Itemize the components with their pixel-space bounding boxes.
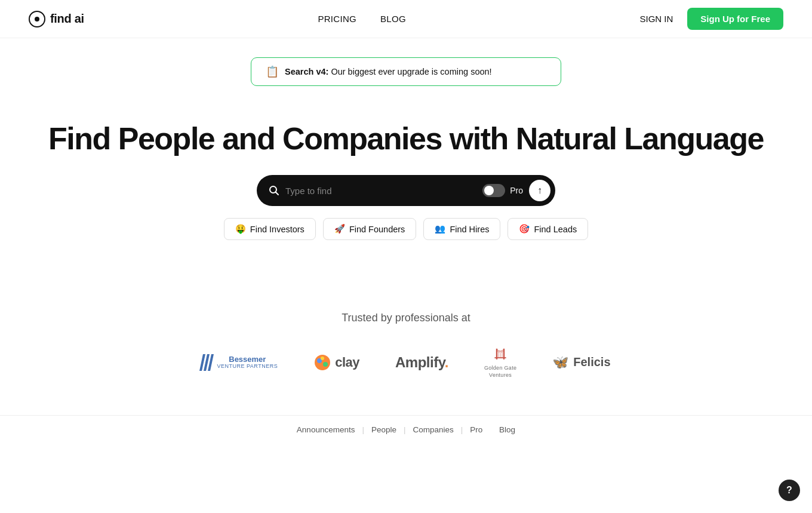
footer-sep-4	[490, 425, 492, 434]
felicis-icon: 🦋	[552, 355, 568, 370]
footer-pro[interactable]: Pro	[470, 425, 482, 434]
ggv-name: Golden GateVentures	[484, 365, 516, 379]
search-input[interactable]	[285, 186, 476, 196]
investors-label: Find Investors	[250, 225, 304, 234]
svg-rect-11	[494, 357, 506, 358]
filter-founders[interactable]: 🚀 Find Founders	[323, 218, 417, 240]
footer-companies[interactable]: Companies	[413, 425, 454, 434]
leads-emoji: 🎯	[519, 224, 530, 234]
help-button[interactable]: ?	[779, 480, 800, 501]
trusted-section: Trusted by professionals at Bessemer VEN…	[0, 312, 812, 414]
hero-section: Find People and Companies with Natural L…	[0, 122, 812, 240]
signin-button[interactable]: SIGN IN	[639, 14, 673, 24]
founders-label: Find Founders	[349, 225, 405, 234]
logo-icon	[29, 11, 45, 27]
logo-text: find ai	[50, 12, 84, 26]
header-actions: SIGN IN Sign Up for Free	[639, 8, 783, 30]
site-footer: Announcements | People | Companies | Pro…	[0, 415, 812, 444]
submit-arrow-icon: ↑	[537, 185, 542, 196]
investors-emoji: 🤑	[235, 224, 246, 234]
pro-toggle[interactable]	[482, 184, 505, 197]
footer-blog[interactable]: Blog	[499, 425, 515, 434]
bessemer-slashes-icon	[201, 354, 212, 371]
bessemer-logo: Bessemer VENTURE PARTNERS	[201, 354, 278, 371]
footer-sep-1: |	[362, 425, 364, 434]
footer-sep-2: |	[404, 425, 406, 434]
clay-name: clay	[335, 355, 359, 370]
clay-logo: clay	[313, 354, 359, 371]
announcement-banner: 📋 Search v4: Our biggest ever upgrade is…	[251, 57, 561, 86]
hires-label: Find Hires	[450, 225, 489, 234]
banner-icon: 📋	[266, 65, 279, 78]
search-bar: Pro ↑	[257, 175, 555, 206]
bessemer-name: Bessemer	[217, 355, 278, 364]
signup-button[interactable]: Sign Up for Free	[687, 8, 783, 30]
hires-emoji: 👥	[435, 224, 445, 234]
partner-logos: Bessemer VENTURE PARTNERS clay Amplify.	[0, 346, 812, 379]
amplify-logo: Amplify.	[395, 354, 448, 371]
filter-hires[interactable]: 👥 Find Hires	[423, 218, 500, 240]
toggle-thumb	[484, 186, 494, 195]
footer-sep-3: |	[461, 425, 463, 434]
footer-announcements[interactable]: Announcements	[297, 425, 355, 434]
banner-text: Search v4: Our biggest ever upgrade is c…	[285, 67, 492, 76]
hero-title: Find People and Companies with Natural L…	[12, 122, 800, 156]
svg-point-5	[321, 357, 324, 360]
logo[interactable]: find ai	[29, 11, 84, 27]
nav-pricing[interactable]: PRICING	[318, 14, 356, 24]
quick-filters: 🤑 Find Investors 🚀 Find Founders 👥 Find …	[12, 218, 800, 240]
main-nav: PRICING BLOG	[318, 14, 406, 24]
footer-links: Announcements | People | Companies | Pro…	[0, 425, 812, 434]
bessemer-sub: VENTURE PARTNERS	[217, 364, 278, 370]
svg-point-4	[323, 362, 328, 367]
nav-blog[interactable]: BLOG	[380, 14, 406, 24]
founders-emoji: 🚀	[334, 224, 345, 234]
search-icon	[269, 185, 279, 196]
svg-line-1	[276, 192, 279, 195]
search-submit-button[interactable]: ↑	[529, 180, 550, 201]
leads-label: Find Leads	[534, 225, 577, 234]
site-header: find ai PRICING BLOG SIGN IN Sign Up for…	[0, 0, 812, 38]
pro-toggle-wrap: Pro	[482, 184, 523, 197]
filter-leads[interactable]: 🎯 Find Leads	[508, 218, 588, 240]
trusted-title: Trusted by professionals at	[0, 312, 812, 324]
felicis-name: Felicis	[573, 355, 610, 369]
golden-gate-ventures-logo: Golden GateVentures	[484, 346, 516, 379]
amplify-name: Amplify.	[395, 354, 448, 371]
ggv-bridge-icon	[490, 346, 511, 360]
pro-label: Pro	[510, 186, 523, 195]
footer-people[interactable]: People	[371, 425, 396, 434]
felicis-logo: 🦋 Felicis	[552, 355, 610, 370]
clay-icon	[313, 354, 331, 371]
filter-investors[interactable]: 🤑 Find Investors	[224, 218, 316, 240]
